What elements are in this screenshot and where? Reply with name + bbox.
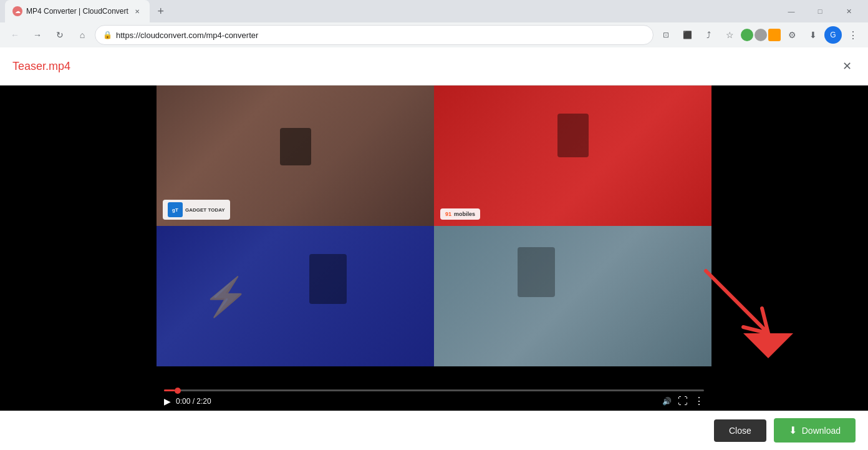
window-controls: — □ ✕ [777, 0, 863, 22]
downloads-button[interactable]: ⬇ [803, 25, 823, 45]
video-cell-3: ⚡ [157, 226, 434, 366]
fullscreen-button[interactable]: ⛶ [678, 396, 688, 407]
volume-button[interactable]: 🔊 [662, 397, 672, 406]
bookmark-button[interactable]: ☆ [720, 25, 740, 45]
time-display: 0:00 / 2:20 [176, 397, 211, 406]
logo-badge-gadgets-today: gT GADGET TODAY [163, 200, 230, 220]
red-arrow-annotation [693, 258, 818, 373]
tab-title: MP4 Converter | CloudConvert [26, 7, 128, 16]
modal-dialog: Teaser.mp4 ✕ gT [0, 47, 868, 450]
video-cell-1: gT GADGET TODAY [157, 86, 434, 226]
tab-close-button[interactable]: ✕ [132, 6, 142, 16]
gadgets-today-label: GADGET TODAY [185, 207, 225, 213]
play-button[interactable]: ▶ [164, 396, 171, 406]
maximize-button[interactable]: □ [806, 0, 834, 22]
new-tab-button[interactable]: + [152, 2, 170, 20]
ctrl-right-buttons: 🔊 ⛶ ⋮ [662, 395, 704, 407]
progress-thumb[interactable] [175, 388, 181, 394]
controls-row: ▶ 0:00 / 2:20 🔊 ⛶ ⋮ [164, 395, 704, 407]
modal-footer: Close ⬇ Download [0, 411, 868, 450]
modal-close-icon-button[interactable]: ✕ [838, 57, 856, 75]
nav-right-controls: ⊡ ⬛ ⤴ ☆ ⚙ ⬇ G ⋮ [656, 25, 863, 45]
logo-badge-91mobiles: 91 mobiles [440, 208, 480, 220]
screenshot-button[interactable]: ⬛ [677, 25, 697, 45]
minimize-button[interactable]: — [777, 0, 806, 22]
cast-button[interactable]: ⊡ [656, 25, 676, 45]
more-options-button[interactable]: ⋮ [694, 395, 704, 407]
video-cell-4 [434, 226, 711, 366]
url-text: https://cloudconvert.com/mp4-converter [116, 31, 645, 40]
share-button[interactable]: ⤴ [698, 25, 718, 45]
lock-icon: 🔒 [103, 31, 112, 39]
modal-video-body: gT GADGET TODAY 91 mobiles [0, 86, 868, 411]
progress-fill [164, 389, 175, 391]
tab-bar: ☁ MP4 Converter | CloudConvert ✕ + — □ ✕ [0, 0, 868, 22]
download-icon: ⬇ [789, 424, 797, 436]
modal-overlay: Teaser.mp4 ✕ gT [0, 47, 868, 450]
forward-button[interactable]: → [27, 25, 47, 45]
profile-button[interactable]: G [824, 26, 842, 44]
extension-3-icon[interactable] [768, 29, 781, 41]
modal-header: Teaser.mp4 ✕ [0, 47, 868, 86]
video-container[interactable]: gT GADGET TODAY 91 mobiles [0, 86, 868, 411]
video-controls: ▶ 0:00 / 2:20 🔊 ⛶ ⋮ [157, 384, 711, 411]
download-label: Download [802, 426, 841, 436]
extension-2-icon[interactable] [755, 29, 767, 41]
close-button[interactable]: Close [714, 419, 766, 442]
address-bar[interactable]: 🔒 https://cloudconvert.com/mp4-converter [95, 25, 653, 45]
progress-bar[interactable] [164, 389, 704, 391]
browser-chrome: ☁ MP4 Converter | CloudConvert ✕ + — □ ✕… [0, 0, 868, 47]
menu-button[interactable]: ⋮ [843, 25, 863, 45]
svg-marker-0 [743, 333, 793, 358]
download-button[interactable]: ⬇ Download [774, 418, 856, 443]
active-tab[interactable]: ☁ MP4 Converter | CloudConvert ✕ [5, 0, 150, 22]
settings-button[interactable]: ⚙ [782, 25, 802, 45]
nav-bar: ← → ↻ ⌂ 🔒 https://cloudconvert.com/mp4-c… [0, 22, 868, 47]
tab-favicon: ☁ [12, 6, 22, 16]
home-button[interactable]: ⌂ [72, 25, 92, 45]
modal-title: Teaser.mp4 [12, 60, 70, 73]
back-button[interactable]: ← [5, 25, 25, 45]
video-grid: gT GADGET TODAY 91 mobiles [157, 86, 711, 366]
extension-1-icon[interactable] [741, 29, 753, 41]
close-window-button[interactable]: ✕ [834, 0, 863, 22]
reload-button[interactable]: ↻ [50, 25, 70, 45]
video-cell-2: 91 mobiles [434, 86, 711, 226]
